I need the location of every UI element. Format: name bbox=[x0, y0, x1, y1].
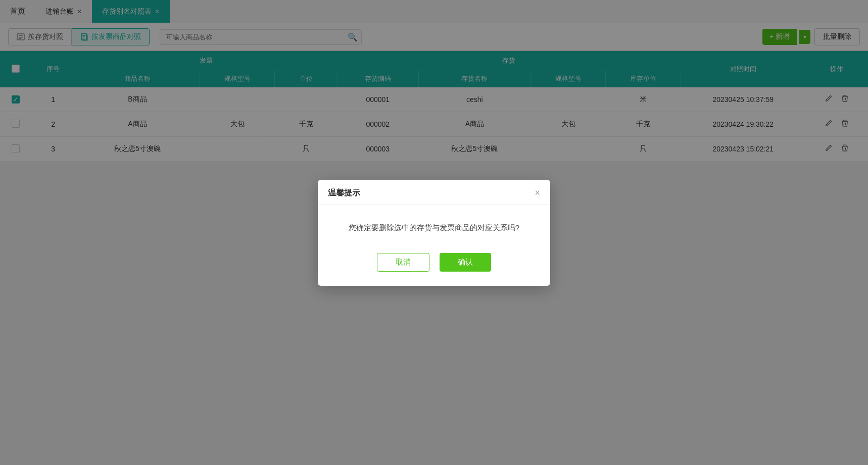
modal-overlay: 温馨提示 × 您确定要删除选中的存货与发票商品的对应关系吗? 取消 确认 bbox=[0, 0, 868, 465]
dialog-footer: 取消 确认 bbox=[318, 248, 550, 286]
dialog-confirm-button[interactable]: 确认 bbox=[440, 253, 491, 272]
confirm-dialog: 温馨提示 × 您确定要删除选中的存货与发票商品的对应关系吗? 取消 确认 bbox=[318, 180, 550, 286]
dialog-header: 温馨提示 × bbox=[318, 180, 550, 205]
dialog-message: 您确定要删除选中的存货与发票商品的对应关系吗? bbox=[349, 223, 519, 232]
dialog-title: 温馨提示 bbox=[328, 188, 360, 198]
dialog-cancel-button[interactable]: 取消 bbox=[377, 253, 429, 272]
dialog-close-button[interactable]: × bbox=[535, 188, 540, 197]
dialog-body: 您确定要删除选中的存货与发票商品的对应关系吗? bbox=[318, 205, 550, 248]
